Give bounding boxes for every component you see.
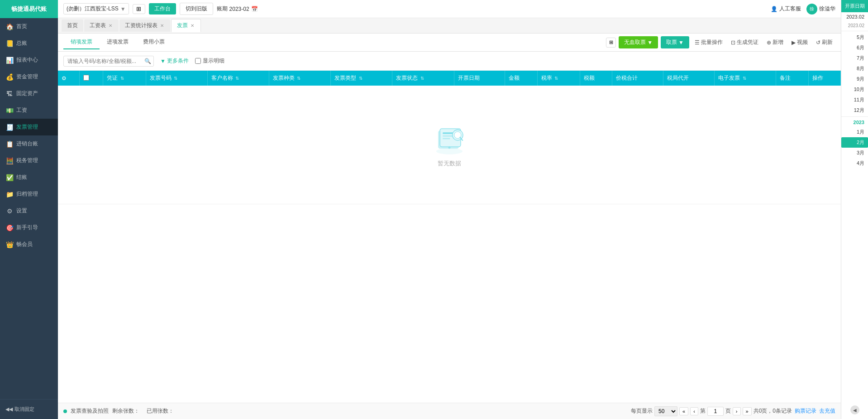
- user-profile[interactable]: 徐 徐溢华: [806, 4, 835, 14]
- page-input[interactable]: [707, 407, 724, 416]
- month-3[interactable]: 3月: [841, 148, 868, 158]
- col-open-date[interactable]: 开票日期: [454, 71, 505, 86]
- gen-voucher-button[interactable]: ⊡ 生成凭证: [728, 37, 761, 48]
- month-4[interactable]: 4月: [841, 158, 868, 169]
- first-page-button[interactable]: «: [679, 407, 688, 415]
- take-ticket-button[interactable]: 取票 ▼: [661, 36, 689, 48]
- sub-tab-outgoing[interactable]: 销项发票: [63, 35, 100, 49]
- sidebar-item-checkout[interactable]: ✅ 结账: [0, 169, 58, 186]
- month-7[interactable]: 7月: [841, 53, 868, 63]
- cancel-pin-button[interactable]: ◀◀ 取消固定: [4, 403, 54, 415]
- sub-tab-expense[interactable]: 费用小票: [136, 35, 172, 49]
- show-detail-check[interactable]: [195, 58, 201, 64]
- month-11[interactable]: 11月: [841, 95, 868, 105]
- sub-tabs: 销项发票 进项发票 费用小票: [63, 35, 606, 49]
- video-button[interactable]: ▶ 视频: [789, 37, 811, 48]
- next-page-button[interactable]: ›: [733, 407, 741, 415]
- date-header-1[interactable]: 2023.02: [841, 12, 868, 21]
- invoice-icon: 🧾: [5, 124, 14, 131]
- col-voucher[interactable]: 凭证 ⇅: [103, 71, 146, 86]
- col-settings[interactable]: ⚙: [58, 71, 80, 86]
- sidebar-item-purchase[interactable]: 📋 进销台账: [0, 135, 58, 152]
- col-status[interactable]: 发票状态 ⇅: [392, 71, 454, 86]
- workspace-button[interactable]: 工作台: [149, 3, 176, 14]
- col-invoice-no[interactable]: 发票号码 ⇅: [146, 71, 207, 86]
- svg-rect-5: [443, 138, 450, 140]
- month-5[interactable]: 5月: [841, 32, 868, 43]
- col-tax-bureau[interactable]: 税局代开: [663, 71, 715, 86]
- col-invoice-no-sort: ⇅: [174, 76, 177, 81]
- col-checkbox[interactable]: [80, 71, 103, 86]
- record-link[interactable]: 购票记录: [795, 407, 816, 415]
- sidebar-item-home[interactable]: 🏠 首页: [0, 18, 58, 35]
- col-total[interactable]: 价税合计: [612, 71, 663, 86]
- refresh-button[interactable]: ↺ 刷新: [813, 37, 835, 48]
- per-page-select[interactable]: 50 10 20 100: [654, 406, 677, 416]
- customer-service[interactable]: 👤 人工客服: [771, 5, 801, 13]
- tab-invoice[interactable]: 发票 ✕: [171, 19, 201, 32]
- more-filter-button[interactable]: ▼ 更多条件: [157, 55, 192, 67]
- sidebar-item-assets[interactable]: 🏗 固定资产: [0, 85, 58, 102]
- col-action-label: 操作: [812, 75, 823, 81]
- right-panel-close-button[interactable]: ◀: [850, 405, 859, 414]
- sidebar-item-reports[interactable]: 📊 报表中心: [0, 52, 58, 68]
- select-all-checkbox[interactable]: [83, 75, 89, 81]
- sidebar-bottom: ◀◀ 取消固定: [0, 399, 58, 419]
- tab-invoice-close[interactable]: ✕: [190, 23, 195, 28]
- month-1[interactable]: 1月: [841, 127, 868, 137]
- col-customer[interactable]: 客户名称 ⇅: [207, 71, 269, 86]
- right-panel-header[interactable]: 开票日期: [841, 0, 868, 12]
- sidebar-item-invoice[interactable]: 🧾 发票管理: [0, 119, 58, 135]
- col-e-invoice[interactable]: 电子发票 ⇅: [715, 71, 776, 86]
- check-label: 发票查验及拍照: [71, 407, 109, 415]
- col-status-label: 发票状态: [396, 75, 418, 81]
- copy-icon: ⊞: [136, 5, 141, 12]
- batch-op-button[interactable]: ☰ 批量操作: [692, 37, 725, 48]
- no-tax-button[interactable]: 无血取票 ▼: [619, 36, 658, 48]
- company-selector[interactable]: (勿删）江西股宝-LSS ▼: [63, 3, 129, 14]
- grid-view-button[interactable]: ⊞: [606, 38, 616, 48]
- sidebar-item-member[interactable]: 👑 畅会员: [0, 236, 58, 253]
- gen-voucher-icon: ⊡: [731, 39, 735, 46]
- col-voucher-sort: ⇅: [120, 76, 124, 81]
- sidebar-item-salary[interactable]: 💵 工资: [0, 102, 58, 119]
- sidebar-item-ledger[interactable]: 📒 总账: [0, 35, 58, 52]
- col-tax-rate[interactable]: 税率 ⇅: [537, 71, 580, 86]
- month-8[interactable]: 8月: [841, 63, 868, 74]
- copy-button[interactable]: ⊞: [133, 4, 145, 14]
- sidebar-item-tax[interactable]: 🧮 税务管理: [0, 152, 58, 169]
- col-tax-amount[interactable]: 税额: [580, 71, 612, 86]
- new-button[interactable]: ⊕ 新增: [764, 37, 786, 48]
- col-invoice-cat[interactable]: 发票类型 ⇅: [331, 71, 392, 86]
- col-invoice-cat-sort: ⇅: [359, 76, 362, 81]
- sidebar-item-finance[interactable]: 💰 资金管理: [0, 68, 58, 85]
- tab-salary[interactable]: 工资表 ✕: [84, 19, 119, 32]
- recharge-link[interactable]: 去充值: [819, 407, 835, 415]
- period-value: 2023-02: [229, 6, 249, 12]
- prev-page-button[interactable]: ‹: [690, 407, 698, 415]
- search-input[interactable]: [63, 56, 154, 67]
- svg-point-0: [436, 148, 463, 154]
- sidebar-item-settings[interactable]: ⚙ 设置: [0, 202, 58, 219]
- remaining-label: 剩余张数：: [112, 407, 139, 415]
- tab-home[interactable]: 首页: [62, 19, 83, 32]
- show-detail-checkbox[interactable]: 显示明细: [195, 57, 224, 65]
- month-12[interactable]: 12月: [841, 105, 868, 116]
- month-9[interactable]: 9月: [841, 74, 868, 84]
- sub-tab-incoming[interactable]: 进项发票: [100, 35, 136, 49]
- tab-salary-stats-close[interactable]: ✕: [159, 23, 165, 28]
- bottom-right: 每页显示 50 10 20 100 « ‹ 第 页 › » 共0页，0条记录: [631, 406, 835, 416]
- tab-salary-stats[interactable]: 工资统计报表 ✕: [119, 19, 170, 32]
- last-page-button[interactable]: »: [743, 407, 752, 415]
- sidebar-label-tax: 税务管理: [16, 157, 38, 164]
- switch-old-button[interactable]: 切到旧版: [180, 3, 213, 15]
- col-amount[interactable]: 金额: [505, 71, 537, 86]
- col-invoice-type[interactable]: 发票种类 ⇅: [269, 71, 331, 86]
- month-10[interactable]: 10月: [841, 84, 868, 95]
- month-2-active[interactable]: 2月: [841, 137, 868, 148]
- sidebar-item-guide[interactable]: 🎯 新手引导: [0, 219, 58, 236]
- sidebar-item-archive[interactable]: 📁 归档管理: [0, 186, 58, 202]
- archive-icon: 📁: [5, 191, 14, 198]
- tab-salary-close[interactable]: ✕: [108, 23, 113, 28]
- month-6[interactable]: 6月: [841, 43, 868, 53]
